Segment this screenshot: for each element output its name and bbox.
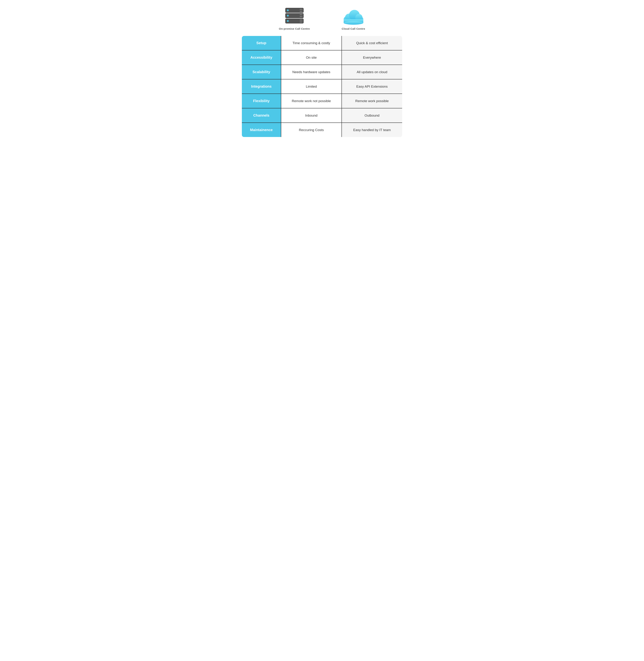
svg-point-4 bbox=[300, 11, 301, 12]
svg-point-1 bbox=[287, 9, 289, 11]
svg-point-2 bbox=[300, 9, 301, 10]
svg-point-11 bbox=[301, 16, 302, 17]
table-row: FlexibilityRemote work not possibleRemot… bbox=[242, 94, 402, 108]
header-icons: On-premise Call Centre bbox=[242, 7, 402, 30]
row-label-scalability: Scalability bbox=[242, 65, 281, 79]
row-label-flexibility: Flexibility bbox=[242, 94, 281, 108]
page-container: On-premise Call Centre bbox=[242, 7, 402, 137]
row-on-premise-maintainence: Reccuring Costs bbox=[281, 123, 342, 137]
svg-point-9 bbox=[301, 14, 302, 15]
svg-point-10 bbox=[300, 16, 301, 17]
svg-point-5 bbox=[301, 11, 302, 12]
row-on-premise-channels: Inbound bbox=[281, 108, 342, 123]
svg-point-8 bbox=[300, 14, 301, 15]
row-label-integrations: Integrations bbox=[242, 79, 281, 94]
comparison-table: SetupTime consuming & costlyQuick & cost… bbox=[242, 36, 402, 137]
table-row: ChannelsInboundOutbound bbox=[242, 108, 402, 123]
row-cloud-setup: Quick & cost efficient bbox=[342, 36, 402, 50]
svg-point-23 bbox=[344, 21, 363, 25]
cloud-icon bbox=[342, 7, 365, 25]
row-on-premise-flexibility: Remote work not possible bbox=[281, 94, 342, 108]
table-row: MaintainenceReccuring CostsEasy handled … bbox=[242, 123, 402, 137]
row-cloud-accessibility: Everywhere bbox=[342, 50, 402, 65]
row-cloud-maintainence: Easy handled by IT team bbox=[342, 123, 402, 137]
svg-point-7 bbox=[287, 15, 289, 17]
svg-point-14 bbox=[300, 20, 301, 21]
row-cloud-flexibility: Remote work possible bbox=[342, 94, 402, 108]
table-row: AccessibilityOn siteEverywhere bbox=[242, 50, 402, 65]
row-on-premise-integrations: Limited bbox=[281, 79, 342, 94]
row-cloud-channels: Outbound bbox=[342, 108, 402, 123]
row-on-premise-scalability: Needs hardware updates bbox=[281, 65, 342, 79]
row-cloud-scalability: All updates on cloud bbox=[342, 65, 402, 79]
row-label-channels: Channels bbox=[242, 108, 281, 123]
svg-point-3 bbox=[301, 9, 302, 10]
svg-point-16 bbox=[300, 21, 301, 23]
table-row: IntegrationsLimitedEasy API Extensions bbox=[242, 79, 402, 94]
row-label-maintainence: Maintainence bbox=[242, 123, 281, 137]
table-row: ScalabilityNeeds hardware updatesAll upd… bbox=[242, 65, 402, 79]
row-label-setup: Setup bbox=[242, 36, 281, 50]
server-icon bbox=[284, 7, 304, 25]
row-cloud-integrations: Easy API Extensions bbox=[342, 79, 402, 94]
cloud-label: Cloud Call Centre bbox=[342, 27, 365, 30]
on-premise-label: On-premise Call Centre bbox=[279, 27, 310, 30]
row-label-accessibility: Accessibility bbox=[242, 50, 281, 65]
on-premise-header: On-premise Call Centre bbox=[279, 7, 310, 30]
cloud-header: Cloud Call Centre bbox=[342, 7, 365, 30]
svg-point-15 bbox=[301, 20, 302, 21]
row-on-premise-setup: Time consuming & costly bbox=[281, 36, 342, 50]
table-row: SetupTime consuming & costlyQuick & cost… bbox=[242, 36, 402, 50]
svg-point-17 bbox=[301, 21, 302, 23]
row-on-premise-accessibility: On site bbox=[281, 50, 342, 65]
svg-point-13 bbox=[287, 20, 289, 22]
